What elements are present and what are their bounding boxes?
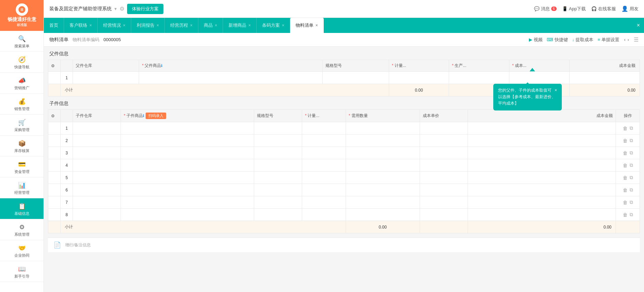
copy-row-icon[interactable]: ⧉ bbox=[630, 187, 633, 193]
sidebar-item-basic[interactable]: 📋 基础信息 bbox=[0, 198, 44, 219]
delete-row-icon[interactable]: 🗑 bbox=[623, 138, 628, 143]
child-col-settings[interactable]: ⚙ bbox=[48, 110, 61, 122]
child-row-spec[interactable] bbox=[254, 122, 302, 135]
child-row-qty[interactable] bbox=[346, 172, 420, 184]
tab-bom[interactable]: 物料清单 × bbox=[290, 18, 324, 33]
action-shortcut[interactable]: ⌨ 快捷键 bbox=[547, 37, 568, 43]
child-row-spec[interactable] bbox=[254, 159, 302, 172]
tab-close-customer[interactable]: × bbox=[89, 23, 92, 28]
child-row-warehouse[interactable] bbox=[73, 122, 121, 135]
online-service-button[interactable]: 🎧 在线客服 bbox=[591, 6, 616, 12]
tab-operations[interactable]: 经营情况 × bbox=[98, 18, 131, 33]
child-row-product[interactable] bbox=[121, 135, 254, 147]
action-doc-settings[interactable]: ≡ 单据设置 bbox=[597, 37, 619, 43]
child-row-qty[interactable] bbox=[346, 147, 420, 159]
tab-profit[interactable]: 利润报告 × bbox=[131, 18, 165, 33]
parent-row-unit[interactable] bbox=[389, 72, 449, 84]
copy-row-icon[interactable]: ⧉ bbox=[630, 162, 633, 168]
child-row-warehouse[interactable] bbox=[73, 135, 121, 147]
tab-close-goods[interactable]: × bbox=[215, 23, 217, 28]
sidebar-item-search[interactable]: 🔍 搜索菜单 bbox=[0, 31, 44, 52]
copy-row-icon[interactable]: ⧉ bbox=[630, 212, 633, 218]
child-row-unit-price[interactable] bbox=[420, 196, 468, 209]
child-row-spec[interactable] bbox=[254, 184, 302, 196]
tab-close-history[interactable]: × bbox=[190, 23, 193, 28]
delete-row-icon[interactable]: 🗑 bbox=[623, 212, 628, 218]
tab-close-new-goods[interactable]: × bbox=[248, 23, 251, 28]
parent-row-spec[interactable] bbox=[323, 72, 389, 84]
tab-home[interactable]: 首页 bbox=[44, 18, 64, 33]
child-row-unit-price[interactable] bbox=[420, 172, 468, 184]
child-row-unit-price[interactable] bbox=[420, 159, 468, 172]
copy-row-icon[interactable]: ⧉ bbox=[630, 199, 633, 205]
tooltip-close[interactable]: × bbox=[555, 87, 557, 94]
delete-row-icon[interactable]: 🗑 bbox=[623, 187, 628, 193]
sidebar-item-sales[interactable]: 💰 销售管理 bbox=[0, 94, 44, 115]
child-row-spec[interactable] bbox=[254, 172, 302, 184]
child-row-spec[interactable] bbox=[254, 196, 302, 209]
child-row-warehouse[interactable] bbox=[73, 184, 121, 196]
add-row-icon[interactable]: 📄 bbox=[53, 241, 61, 249]
copy-row-icon[interactable]: ⧉ bbox=[630, 125, 633, 131]
tab-close-operations[interactable]: × bbox=[123, 23, 125, 28]
scan-button[interactable]: 扫码录入 bbox=[146, 113, 166, 119]
child-row-unit[interactable] bbox=[302, 196, 346, 209]
copy-row-icon[interactable]: ⧉ bbox=[630, 150, 633, 156]
child-row-product[interactable] bbox=[121, 184, 254, 196]
list-view-icon[interactable]: ☰ bbox=[634, 36, 639, 43]
child-row-qty[interactable] bbox=[346, 196, 420, 209]
delete-row-icon[interactable]: 🗑 bbox=[623, 126, 628, 131]
child-row-warehouse[interactable] bbox=[73, 196, 121, 209]
tab-customer[interactable]: 客户联络 × bbox=[64, 18, 98, 33]
app-download-button[interactable]: 📱 App下载 bbox=[562, 6, 586, 12]
child-row-unit[interactable] bbox=[302, 135, 346, 147]
child-row-warehouse[interactable] bbox=[73, 159, 121, 172]
child-row-product[interactable] bbox=[121, 122, 254, 135]
trial-button[interactable]: 体验行业方案 bbox=[127, 4, 163, 14]
sidebar-item-guide[interactable]: 📖 新手引导 bbox=[0, 261, 44, 282]
sidebar-item-purchase[interactable]: 🛒 采购管理 bbox=[0, 115, 44, 136]
sidebar-item-marketing[interactable]: 📣 营销推广 bbox=[0, 73, 44, 94]
tab-barcode[interactable]: 条码方案 × bbox=[257, 18, 290, 33]
delete-row-icon[interactable]: 🗑 bbox=[623, 163, 628, 168]
child-row-warehouse[interactable] bbox=[73, 209, 121, 221]
user-menu[interactable]: 👤 用友 bbox=[621, 5, 639, 12]
tab-close-bom[interactable]: × bbox=[315, 23, 318, 28]
tab-history[interactable]: 经营历程 × bbox=[165, 18, 198, 33]
child-row-qty[interactable] bbox=[346, 135, 420, 147]
child-row-unit-price[interactable] bbox=[420, 147, 468, 159]
child-row-warehouse[interactable] bbox=[73, 147, 121, 159]
child-row-spec[interactable] bbox=[254, 147, 302, 159]
sidebar-item-operations[interactable]: 📊 经营管理 bbox=[0, 177, 44, 198]
delete-row-icon[interactable]: 🗑 bbox=[623, 200, 628, 205]
close-all-tabs[interactable]: × bbox=[633, 22, 644, 28]
sidebar-item-system[interactable]: ⚙ 系统管理 bbox=[0, 219, 44, 240]
child-row-qty[interactable] bbox=[346, 122, 420, 135]
dropdown-arrow[interactable]: ▾ bbox=[114, 6, 117, 11]
child-row-spec[interactable] bbox=[254, 135, 302, 147]
sidebar-item-inventory[interactable]: 📦 库存核算 bbox=[0, 136, 44, 156]
sidebar-item-finance[interactable]: 💳 资金管理 bbox=[0, 156, 44, 177]
tab-close-profit[interactable]: × bbox=[157, 23, 159, 28]
tab-new-goods[interactable]: 新增商品 × bbox=[223, 18, 257, 33]
child-row-unit[interactable] bbox=[302, 184, 346, 196]
child-row-product[interactable] bbox=[121, 196, 254, 209]
nav-next[interactable]: › bbox=[627, 37, 630, 42]
settings-icon[interactable]: ⚙ bbox=[120, 5, 124, 12]
child-row-qty[interactable] bbox=[346, 209, 420, 221]
child-row-product[interactable] bbox=[121, 147, 254, 159]
child-row-product[interactable] bbox=[121, 159, 254, 172]
child-row-unit[interactable] bbox=[302, 159, 346, 172]
action-extract-cost[interactable]: ↓ 提取成本 bbox=[572, 37, 594, 43]
child-row-spec[interactable] bbox=[254, 209, 302, 221]
child-row-qty[interactable] bbox=[346, 184, 420, 196]
copy-row-icon[interactable]: ⧉ bbox=[630, 138, 633, 143]
message-button[interactable]: 💬 消息 6 bbox=[534, 6, 557, 12]
tab-goods[interactable]: 商品 × bbox=[198, 18, 223, 33]
parent-row-warehouse[interactable] bbox=[73, 72, 139, 84]
child-row-unit-price[interactable] bbox=[420, 122, 468, 135]
delete-row-icon[interactable]: 🗑 bbox=[623, 150, 628, 156]
tab-close-barcode[interactable]: × bbox=[282, 23, 284, 28]
sidebar-item-collab[interactable]: 🤝 企业协同 bbox=[0, 240, 44, 261]
parent-row-product[interactable] bbox=[139, 72, 323, 84]
